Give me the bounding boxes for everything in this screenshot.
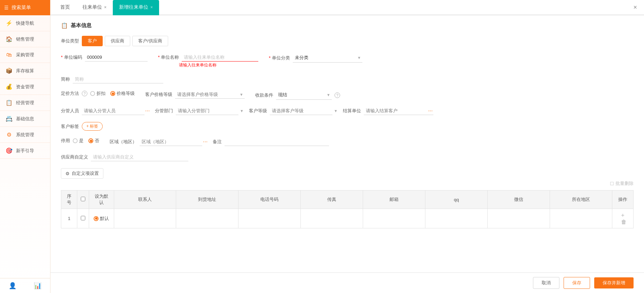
customer-level-arrow[interactable]: ▼ <box>332 109 339 113</box>
th-action: 操作 <box>612 190 633 209</box>
default-radio[interactable]: 默认 <box>93 215 110 222</box>
sidebar-item-purchase[interactable]: 🛍 采购管理 <box>0 47 50 63</box>
customer-price-level-input[interactable] <box>175 90 238 98</box>
fax-input[interactable] <box>304 216 359 221</box>
unit-code-field: 单位编码 <box>61 53 148 62</box>
region-ellipsis[interactable]: ··· <box>202 139 208 145</box>
unit-category-label: 单位分类 <box>269 55 290 61</box>
disabled-yes-radio[interactable]: 是 <box>73 138 84 144</box>
pricing-help-icon[interactable]: ? <box>82 91 87 96</box>
disabled-no-radio[interactable]: 否 <box>88 138 99 144</box>
unit-btn-supplier[interactable]: 供应商 <box>105 36 130 46</box>
unit-btn-both[interactable]: 客户/供应商 <box>132 36 168 46</box>
unit-category-arrow[interactable]: ▼ <box>356 56 362 60</box>
th-num: 序号 <box>61 190 77 209</box>
department-arrow[interactable]: ▼ <box>238 109 245 113</box>
region-select[interactable]: ··· <box>140 138 202 146</box>
sidebar-item-label: 基础信息 <box>16 116 34 122</box>
unit-name-input[interactable] <box>182 53 258 62</box>
department-select[interactable]: ▼ <box>176 107 238 115</box>
td-checkbox[interactable] <box>77 209 89 228</box>
email-input[interactable] <box>367 216 422 221</box>
contact-input[interactable] <box>118 216 173 221</box>
settlement-unit-ellipsis[interactable]: ··· <box>427 108 433 114</box>
row-region-input[interactable] <box>553 216 608 221</box>
td-qq[interactable] <box>425 209 487 228</box>
sidebar-item-basic-info[interactable]: 📇 基础信息 <box>0 111 50 127</box>
unit-btn-customer[interactable]: 客户 <box>82 36 103 46</box>
customer-price-level-select[interactable]: ▼ <box>175 90 245 99</box>
sidebar-item-operations[interactable]: 📋 经营管理 <box>0 95 50 111</box>
unit-code-label: 单位编码 <box>61 54 82 60</box>
sidebar-item-label: 快捷导航 <box>16 20 34 26</box>
td-phone[interactable] <box>238 209 301 228</box>
supplier-custom-input[interactable] <box>91 153 188 161</box>
batch-delete-label[interactable]: 批量删除 <box>615 180 634 187</box>
th-region: 所在地区 <box>550 190 612 209</box>
td-region[interactable] <box>550 209 612 228</box>
department-input[interactable] <box>176 107 238 115</box>
region-input[interactable] <box>140 138 202 146</box>
qq-input[interactable] <box>429 216 484 221</box>
custom-settings-btn[interactable]: ⚙ 自定义项设置 <box>61 168 103 179</box>
td-email[interactable] <box>363 209 425 228</box>
short-name-row: 简称 <box>61 75 634 83</box>
sidebar-collapse-btn[interactable]: 👤 <box>0 278 25 293</box>
manager-select[interactable]: ··· <box>82 107 144 115</box>
sidebar-item-finance[interactable]: 💰 资金管理 <box>0 79 50 95</box>
pricing-level-circle <box>110 91 115 96</box>
customer-price-level-arrow[interactable]: ▼ <box>238 92 245 97</box>
manager-input[interactable] <box>82 107 144 115</box>
save-new-button[interactable]: 保存并新增 <box>594 277 634 288</box>
td-address[interactable] <box>176 209 238 228</box>
remark-input[interactable] <box>225 138 329 146</box>
pricing-level-radio[interactable]: 价格等级 <box>110 90 135 97</box>
customer-level-input[interactable] <box>270 107 332 115</box>
tab-bar-close-btn[interactable]: × <box>630 4 641 11</box>
customer-level-select[interactable]: ▼ <box>270 107 332 115</box>
wechat-input[interactable] <box>491 216 546 221</box>
td-wechat[interactable] <box>487 209 550 228</box>
tab-partners-close[interactable]: × <box>104 5 107 10</box>
row-add-btn[interactable]: ＋ <box>620 212 626 218</box>
cancel-button[interactable]: 取消 <box>533 277 559 289</box>
sidebar-item-sales[interactable]: 🏠 销售管理 <box>0 31 50 47</box>
pricing-discount-circle <box>90 91 95 96</box>
row-checkbox[interactable] <box>81 216 85 220</box>
customer-tag-btn[interactable]: + 标签 <box>82 122 103 131</box>
row-delete-btn[interactable]: 🗑 <box>621 219 627 225</box>
settlement-unit-input[interactable] <box>364 107 427 115</box>
sidebar-item-inventory[interactable]: 📦 库存核算 <box>0 63 50 79</box>
disabled-yes-label: 是 <box>79 138 84 144</box>
sidebar-item-guide[interactable]: 🎯 新手引导 <box>0 143 50 159</box>
save-button[interactable]: 保存 <box>564 277 590 289</box>
unit-category-select[interactable]: 未分类 ▼ <box>293 53 362 63</box>
sidebar-item-label: 系统管理 <box>16 132 34 138</box>
phone-input[interactable] <box>242 216 297 221</box>
supplier-custom-field: 供应商自定义 <box>61 153 188 161</box>
sidebar-search[interactable]: ☰ 搜索菜单 <box>0 0 50 15</box>
sidebar-settings-btn[interactable]: 📊 <box>25 278 50 293</box>
td-contact[interactable] <box>114 209 176 228</box>
payment-terms-select[interactable]: 现结 ▼ <box>276 90 332 100</box>
home-icon: 🏠 <box>6 36 13 42</box>
unit-code-input[interactable] <box>85 53 148 62</box>
tab-new-partner-close[interactable]: × <box>150 5 153 10</box>
sidebar-item-quick-nav[interactable]: ⚡ 快捷导航 <box>0 15 50 31</box>
address-input[interactable] <box>180 216 235 221</box>
short-name-input[interactable] <box>73 75 163 83</box>
pricing-discount-radio[interactable]: 折扣 <box>90 90 105 97</box>
tab-partners[interactable]: 往来单位 × <box>76 0 113 15</box>
th-fax: 传真 <box>301 190 363 209</box>
batch-delete-area: ☐ 批量删除 <box>61 180 634 187</box>
select-all-checkbox[interactable] <box>81 197 85 201</box>
manager-ellipsis[interactable]: ··· <box>144 108 150 114</box>
td-fax[interactable] <box>301 209 363 228</box>
tab-home[interactable]: 首页 <box>54 0 76 15</box>
payment-terms-arrow[interactable]: ▼ <box>325 93 332 97</box>
tab-new-partner[interactable]: 新增往来单位 × <box>113 0 159 15</box>
sidebar-item-system[interactable]: ⚙ 系统管理 <box>0 127 50 143</box>
payment-terms-help-icon[interactable]: ? <box>335 92 340 98</box>
short-name-label: 简称 <box>61 76 70 82</box>
settlement-unit-select[interactable]: ··· <box>364 107 433 115</box>
